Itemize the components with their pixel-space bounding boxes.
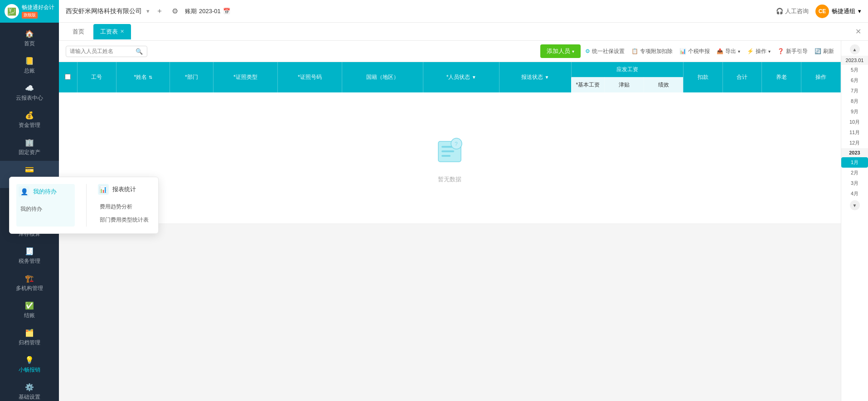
- timeline-6[interactable]: 6月: [841, 75, 868, 86]
- popup-reports-title: 📊 报表统计: [98, 184, 152, 195]
- timeline-up-btn[interactable]: ▲: [850, 44, 860, 54]
- topbar: 西安虾米网络科技有限公司 ▾ ＋ ⚙ 账期 2023-01 📅 🎧 人工咨询 C…: [59, 0, 868, 23]
- multi-icon: 🏗️: [25, 274, 34, 283]
- timeline-3[interactable]: 3月: [841, 178, 868, 188]
- empty-text: 暂无数据: [438, 175, 461, 184]
- timeline-panel: ▲ 2023.01 5月 6月 7月 8月 9月 10月 11月 12月 202…: [841, 41, 868, 401]
- sidebar-item-label: 总账: [24, 67, 35, 75]
- timeline-12[interactable]: 12月: [841, 138, 868, 148]
- sidebar-item-funds[interactable]: 💰 资金管理: [0, 106, 59, 134]
- search-icon[interactable]: 🔍: [136, 48, 143, 55]
- operation-btn[interactable]: ⚡ 操作 ▾: [747, 48, 771, 55]
- special-deduction-btn[interactable]: 📋 专项附加扣除: [631, 48, 673, 55]
- company-name: 西安虾米网络科技有限公司: [66, 7, 142, 15]
- table-container: 工号 *姓名 ⇅ *部门 *证照类型: [59, 62, 841, 224]
- th-report-status: 报送状态 ▼: [499, 62, 571, 92]
- timeline-5[interactable]: 5月: [841, 65, 868, 75]
- sidebar-item-assets[interactable]: 🏢 固定资产: [0, 134, 59, 161]
- sort-icon[interactable]: ⇅: [149, 75, 152, 80]
- guide-toolbar-icon: ❓: [777, 48, 784, 54]
- sidebar-item-checkout[interactable]: ✅ 结账: [0, 297, 59, 324]
- th-action: 操作: [801, 62, 841, 92]
- popup-cost-trend[interactable]: 费用趋势分析: [98, 200, 152, 213]
- empty-state: ? 暂无数据: [63, 96, 836, 220]
- th-total: 合计: [723, 62, 762, 92]
- deduction-label: 专项附加扣除: [640, 48, 673, 55]
- tab-close-icon[interactable]: ✕: [120, 29, 124, 34]
- period-value: 2023-01: [199, 8, 221, 14]
- sidebar-item-reports[interactable]: ☁️ 云报表中心: [0, 79, 59, 106]
- tax-icon: 📊: [679, 48, 686, 54]
- th-jobno: 工号: [77, 62, 116, 92]
- timeline-10[interactable]: 10月: [841, 117, 868, 127]
- sidebar-item-label: 多机构管理: [16, 285, 43, 292]
- sidebar-item-archive[interactable]: 🗂️ 归档管理: [0, 324, 59, 351]
- sidebar-item-label: 归档管理: [19, 339, 40, 347]
- toolbar-actions: ⚙ 统一社保设置 📋 专项附加扣除 📊 个税申报 📤 导出 ▾: [585, 48, 834, 55]
- account-period: 账期 2023-01 📅: [185, 7, 230, 15]
- logo-badge: 旗舰版: [22, 12, 38, 19]
- funds-icon: 💰: [25, 111, 34, 120]
- todo-icon: 👤: [19, 186, 29, 197]
- basic-icon: ⚙️: [25, 383, 34, 391]
- sidebar-item-basic[interactable]: ⚙️ 基础设置: [0, 378, 59, 401]
- social-security-label: 统一社保设置: [592, 48, 625, 55]
- tab-home[interactable]: 首页: [66, 24, 91, 39]
- report-filter-icon[interactable]: ▼: [544, 75, 549, 80]
- assets-icon: 🏢: [25, 138, 34, 147]
- refresh-icon: 🔄: [815, 48, 821, 54]
- timeline-7[interactable]: 7月: [841, 86, 868, 96]
- search-input[interactable]: [70, 48, 133, 54]
- popup-dept-cost[interactable]: 部门费用类型统计表: [98, 213, 152, 227]
- user-name: 畅捷通组: [832, 7, 855, 15]
- timeline-9[interactable]: 9月: [841, 106, 868, 117]
- user-menu[interactable]: CE 畅捷通组 ▾: [815, 5, 861, 18]
- popup-my-todo[interactable]: 我的待办: [19, 203, 73, 216]
- popup-todo-label: 我的待办: [33, 188, 57, 196]
- popup-divider: [86, 184, 87, 227]
- sidebar-item-home[interactable]: 🏠 首页: [0, 25, 59, 52]
- timeline-4[interactable]: 4月: [841, 188, 868, 199]
- export-btn[interactable]: 📤 导出 ▾: [717, 48, 740, 55]
- add-person-arrow-icon: ▾: [572, 49, 574, 54]
- timeline-1[interactable]: 1月: [841, 157, 868, 168]
- calendar-icon[interactable]: 📅: [223, 8, 230, 14]
- timeline-11[interactable]: 11月: [841, 127, 868, 138]
- tax-return-btn[interactable]: 📊 个税申报: [679, 48, 710, 55]
- guide-btn[interactable]: ❓ 新手引导: [777, 48, 808, 55]
- company-dropdown-icon[interactable]: ▾: [146, 8, 150, 14]
- checkout-icon: ✅: [25, 301, 34, 310]
- user-initials: CE: [819, 8, 826, 14]
- close-window-icon[interactable]: ✕: [855, 28, 861, 35]
- status-filter-icon[interactable]: ▼: [472, 75, 476, 80]
- service-btn[interactable]: 🎧 人工咨询: [776, 7, 809, 15]
- sidebar-item-ledger[interactable]: 📒 总账: [0, 52, 59, 79]
- sidebar-item-label: 基础设置: [19, 393, 40, 401]
- add-company-button[interactable]: ＋: [154, 6, 165, 17]
- social-security-icon: ⚙: [585, 48, 590, 54]
- deduction-icon: 📋: [631, 48, 638, 54]
- sidebar-item-label: 首页: [24, 40, 35, 48]
- settings-button[interactable]: ⚙: [170, 6, 180, 17]
- logo-title: 畅捷通好会计: [22, 4, 54, 11]
- th-idno: *证照号码: [277, 62, 342, 92]
- tab-salary[interactable]: 工资表 ✕: [93, 24, 131, 39]
- service-label: 人工咨询: [785, 7, 809, 15]
- sidebar-item-tax[interactable]: 🧾 税务管理: [0, 242, 59, 270]
- th-performance: 绩效: [644, 77, 683, 93]
- archive-icon: 🗂️: [25, 329, 34, 337]
- export-label: 导出: [725, 48, 736, 55]
- app-logo: 💹 畅捷通好会计 旗舰版: [0, 0, 59, 23]
- timeline-year-header: 2023.01: [841, 56, 868, 65]
- sidebar-item-multi[interactable]: 🏗️ 多机构管理: [0, 270, 59, 297]
- timeline-8[interactable]: 8月: [841, 96, 868, 106]
- social-security-btn[interactable]: ⚙ 统一社保设置: [585, 48, 625, 55]
- th-name: *姓名 ⇅: [116, 62, 170, 92]
- sidebar-item-xiaochang[interactable]: 💡 小畅报销: [0, 351, 59, 378]
- refresh-btn[interactable]: 🔄 刷新: [815, 48, 834, 55]
- timeline-2[interactable]: 2月: [841, 168, 868, 178]
- timeline-down-btn[interactable]: ▼: [850, 200, 860, 210]
- home-icon: 🏠: [25, 29, 34, 38]
- select-all-checkbox[interactable]: [65, 74, 71, 80]
- add-person-button[interactable]: 添加人员 ▾: [540, 44, 581, 58]
